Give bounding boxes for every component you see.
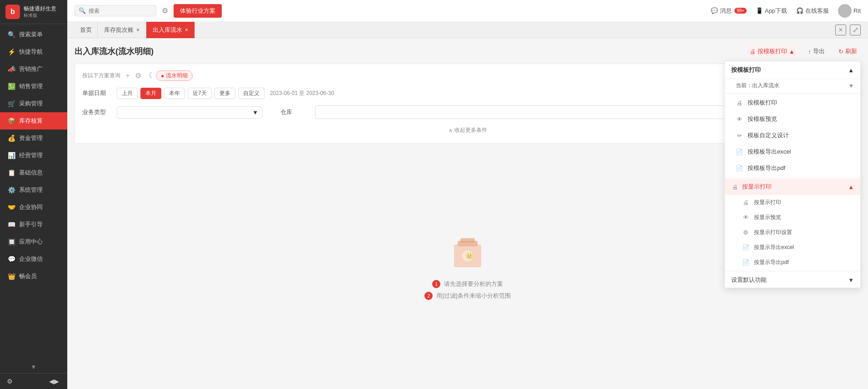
chevron-up-icon: ∧ [449, 127, 453, 134]
topbar-gear-icon[interactable]: ⚙ [162, 6, 168, 15]
dropdown-item-display-preview[interactable]: 👁 按显示预览 [725, 210, 860, 225]
filter-tag[interactable]: ● 流水明细 [156, 70, 193, 81]
industry-solution-button[interactable]: 体验行业方案 [174, 4, 222, 18]
sidebar-item-cooperation-label: 企业协同 [19, 203, 43, 211]
topbar-app-download[interactable]: 📱 App下载 [756, 7, 787, 15]
tab-inventory-flow[interactable]: 出入库流水 × [146, 22, 195, 38]
marketing-nav-icon: 📣 [7, 65, 15, 73]
dropdown-item-template-preview[interactable]: 👁 按模板预览 [725, 111, 860, 127]
sidebar-item-operation-label: 经营管理 [19, 151, 43, 160]
basic-nav-icon: 📋 [7, 169, 15, 177]
date-btn-this-month[interactable]: 本月 [140, 88, 161, 99]
message-badge: 99+ [734, 8, 747, 14]
page-content: 出入库流水(流水明细) 🖨 按模板打印 ▲ ↑ 导出 ↻ 刷新 [67, 38, 868, 389]
finance-nav-icon: 💰 [7, 134, 15, 142]
sales-nav-icon: 💹 [7, 82, 15, 90]
sidebar-scroll-down[interactable]: ▼ [0, 361, 67, 373]
date-btn-this-year[interactable]: 本年 [164, 88, 185, 99]
sidebar-item-basic[interactable]: 📋 基础信息 [0, 164, 67, 181]
filter-type-label: 业务类型 [82, 108, 110, 116]
date-btn-7days[interactable]: 近7天 [188, 88, 212, 99]
date-btn-last-month[interactable]: 上月 [117, 88, 138, 99]
tab-inventory-batch[interactable]: 库存批次账 × [98, 22, 146, 38]
dropdown-item-display-excel-label: 按显示导出excel [754, 244, 794, 251]
empty-state-illustration: 😐 [445, 231, 490, 276]
tab-minimize-button[interactable]: × [835, 25, 846, 35]
dropdown-item-display-print-settings[interactable]: ⚙ 按显示打印设置 [725, 225, 860, 240]
filter-settings-icon[interactable]: ⚙ [135, 71, 141, 80]
filter-tag-label: 流水明细 [166, 72, 188, 80]
dropdown-divider-2 [725, 177, 860, 178]
topbar-user[interactable]: Rit [838, 4, 861, 18]
preview-template-icon: 👁 [736, 115, 743, 123]
tab-maximize-button[interactable]: ⤢ [850, 25, 861, 35]
topbar-search-icon: 🔍 [79, 7, 86, 14]
tab-inventory-flow-close[interactable]: × [185, 27, 188, 33]
dropdown-current-text: 当前：出入库流水 [736, 82, 779, 90]
sidebar-item-purchase[interactable]: 🛒 采购管理 [0, 95, 67, 112]
dropdown-item-display-print-settings-label: 按显示打印设置 [754, 229, 792, 236]
export-label: 导出 [813, 47, 825, 55]
template-print-arrow-icon: ▲ [789, 48, 795, 55]
message-icon: 💬 [711, 7, 718, 14]
topbar-search-box[interactable]: 🔍 [75, 5, 156, 16]
date-btn-custom[interactable]: 自定义 [238, 88, 264, 99]
filter-collapse-icon[interactable]: 《 [145, 71, 152, 80]
cooperation-nav-icon: 🤝 [7, 203, 15, 211]
pdf-display-icon: 📄 [742, 259, 749, 266]
member-nav-icon: 👑 [7, 272, 15, 280]
sidebar-item-marketing[interactable]: 📣 营销推广 [0, 60, 67, 78]
operation-nav-icon: 📊 [7, 151, 15, 160]
sidebar-collapse-icon[interactable]: ◀▶ [50, 377, 58, 385]
dropdown-item-display-excel[interactable]: 📄 按显示导出excel [725, 240, 860, 255]
sidebar-item-sales[interactable]: 💹 销售管理 [0, 78, 67, 95]
sidebar-item-quick[interactable]: ⚡ 快捷导航 [0, 43, 67, 60]
appstore-nav-icon: 🔲 [7, 238, 15, 246]
sidebar-item-system[interactable]: ⚙️ 系统管理 [0, 181, 67, 199]
system-nav-icon: ⚙️ [7, 186, 15, 194]
sidebar-settings-icon[interactable]: ⚙ [5, 377, 14, 385]
dropdown-item-display-pdf[interactable]: 📄 按显示导出pdf [725, 255, 860, 270]
design-template-icon: ✏ [736, 132, 743, 139]
printer-display-sub-icon: 🖨 [742, 199, 749, 206]
sidebar-item-member[interactable]: 👑 畅会员 [0, 268, 67, 285]
sidebar-item-wechat[interactable]: 💬 企业微信 [0, 250, 67, 268]
online-service-label: 在线客服 [805, 7, 829, 15]
topbar-search-input[interactable] [89, 8, 148, 14]
dropdown-item-template-print[interactable]: 🖨 按模板打印 [725, 95, 860, 111]
template-print-button[interactable]: 🖨 按模板打印 ▲ [746, 45, 798, 57]
sidebar-item-appstore[interactable]: 🔲 应用中心 [0, 233, 67, 250]
sidebar-item-search[interactable]: 🔍 搜索菜单 [0, 26, 67, 43]
dropdown-item-display-print[interactable]: 🖨 按显示打印 [725, 195, 860, 210]
sidebar-item-finance[interactable]: 💰 资金管理 [0, 130, 67, 147]
export-icon: ↑ [808, 48, 812, 55]
dropdown-item-template-excel[interactable]: 📄 按模板导出excel [725, 144, 860, 160]
topbar-online-service[interactable]: 🎧 在线客服 [796, 7, 829, 15]
dropdown-current-more-icon[interactable]: ▼ [848, 83, 854, 89]
dropdown-set-default-row[interactable]: 设置默认功能 ▼ [725, 272, 860, 288]
filter-type-select[interactable]: ▼ [117, 106, 262, 119]
sidebar-item-inventory[interactable]: 📦 库存核算 [0, 112, 67, 130]
step1-number: 1 [432, 280, 440, 288]
tab-home[interactable]: 首页 [75, 22, 98, 38]
date-btn-more[interactable]: 更多 [215, 88, 235, 99]
dropdown-item-template-pdf[interactable]: 📄 按模板导出pdf [725, 160, 860, 176]
app-name: 畅捷通好生意 [24, 5, 56, 13]
sidebar-item-cooperation[interactable]: 🤝 企业协同 [0, 199, 67, 216]
dropdown-up-icon[interactable]: ▲ [848, 67, 854, 74]
printer-template-icon: 🖨 [736, 99, 743, 106]
dropdown-display-group-label: 按显示打印 [742, 183, 772, 191]
sidebar-item-guide[interactable]: 📖 新手引导 [0, 216, 67, 233]
topbar-message[interactable]: 💬 消息 99+ [711, 7, 747, 15]
dropdown-item-template-design[interactable]: ✏ 模板自定义设计 [725, 127, 860, 144]
step1-text: 请先选择要分析的方案 [444, 280, 503, 288]
sidebar-item-operation[interactable]: 📊 经营管理 [0, 147, 67, 164]
export-button[interactable]: ↑ 导出 [805, 45, 829, 57]
purchase-nav-icon: 🛒 [7, 100, 15, 108]
tab-inventory-batch-label: 库存批次账 [104, 26, 134, 34]
tab-inventory-batch-close[interactable]: × [136, 27, 140, 33]
sidebar-item-purchase-label: 采购管理 [19, 100, 43, 108]
filter-add-button[interactable]: ＋ [124, 71, 131, 80]
dropdown-display-group-header[interactable]: 🖨 按显示打印 ▲ [725, 179, 860, 195]
refresh-button[interactable]: ↻ 刷新 [835, 45, 861, 57]
